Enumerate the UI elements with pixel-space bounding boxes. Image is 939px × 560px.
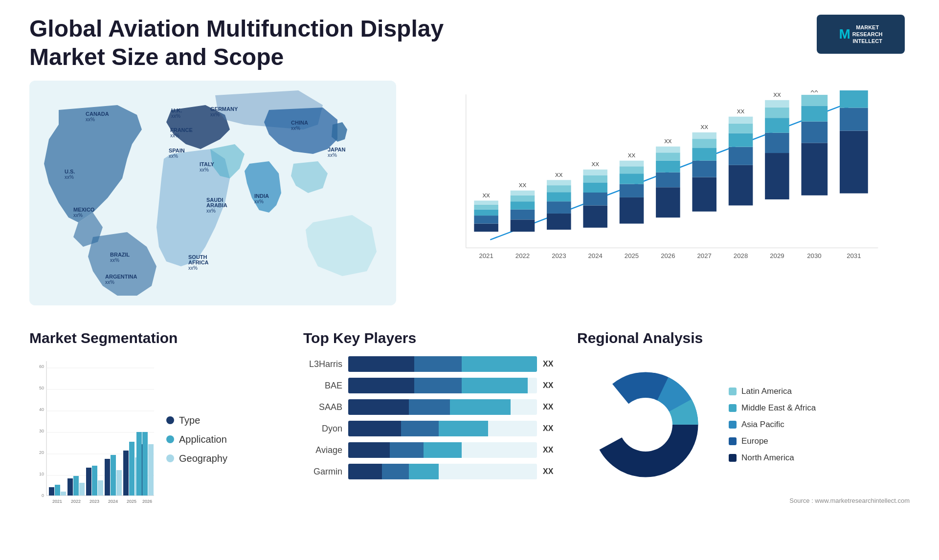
svg-text:XX: XX bbox=[591, 161, 599, 167]
legend-application: Application bbox=[166, 434, 227, 445]
reg-dot-north-america bbox=[729, 454, 737, 462]
svg-text:2024: 2024 bbox=[108, 499, 118, 504]
svg-text:XX: XX bbox=[810, 90, 818, 93]
svg-rect-101 bbox=[92, 466, 97, 495]
svg-text:40: 40 bbox=[39, 407, 44, 412]
south-africa-label2: AFRICA bbox=[188, 259, 209, 265]
reg-label-europe: Europe bbox=[741, 436, 768, 446]
germany-label: GERMANY bbox=[210, 106, 238, 112]
donut-chart-wrap bbox=[577, 356, 714, 493]
player-name-garmin: Garmin bbox=[303, 467, 342, 477]
svg-rect-5 bbox=[474, 210, 498, 215]
bar-2023: XX 2023 bbox=[547, 172, 571, 259]
player-name-l3harris: L3Harris bbox=[303, 359, 342, 369]
svg-rect-68 bbox=[801, 106, 827, 122]
svg-text:2023: 2023 bbox=[89, 499, 99, 504]
france-value: xx% bbox=[170, 133, 179, 138]
argentina-value: xx% bbox=[105, 280, 114, 285]
svg-rect-13 bbox=[511, 195, 535, 201]
svg-rect-92 bbox=[49, 487, 54, 495]
player-value-l3harris: XX bbox=[543, 360, 558, 368]
svg-rect-61 bbox=[765, 118, 789, 133]
svg-rect-19 bbox=[547, 192, 571, 201]
svg-rect-47 bbox=[692, 148, 716, 160]
reg-label-middle-east: Middle East & Africa bbox=[741, 403, 816, 413]
svg-rect-97 bbox=[73, 476, 79, 495]
svg-rect-31 bbox=[620, 197, 644, 224]
china-value: xx% bbox=[291, 126, 300, 131]
svg-rect-98 bbox=[79, 483, 85, 495]
svg-rect-32 bbox=[620, 184, 644, 197]
regional-legend: Latin America Middle East & Africa Asia … bbox=[729, 387, 816, 463]
svg-rect-27 bbox=[583, 175, 607, 183]
reg-legend-latin-america: Latin America bbox=[729, 387, 816, 396]
uk-value: xx% bbox=[171, 113, 180, 119]
svg-rect-10 bbox=[511, 220, 535, 232]
legend-label-type: Type bbox=[179, 415, 200, 426]
legend-type: Type bbox=[166, 415, 227, 426]
reg-label-north-america: North America bbox=[741, 453, 794, 463]
svg-text:XX: XX bbox=[701, 124, 709, 130]
mexico-label: MEXICO bbox=[73, 207, 95, 213]
svg-text:2028: 2028 bbox=[734, 252, 748, 259]
svg-rect-74 bbox=[840, 90, 868, 108]
svg-rect-94 bbox=[61, 492, 66, 495]
svg-rect-12 bbox=[511, 201, 535, 210]
spain-label: SPAIN bbox=[169, 148, 185, 153]
svg-rect-69 bbox=[801, 95, 827, 106]
svg-rect-48 bbox=[692, 139, 716, 148]
reg-label-latin-america: Latin America bbox=[741, 387, 792, 396]
reg-dot-asia-pacific bbox=[729, 421, 737, 429]
svg-rect-104 bbox=[105, 459, 110, 495]
svg-rect-14 bbox=[511, 191, 535, 195]
svg-text:20: 20 bbox=[39, 450, 44, 455]
svg-text:2024: 2024 bbox=[588, 252, 602, 259]
svg-rect-105 bbox=[111, 455, 116, 495]
bar-2024: XX 2024 bbox=[583, 161, 607, 259]
page-container: Global Aviation Multifunction Display Ma… bbox=[0, 0, 939, 560]
player-bar-saab bbox=[348, 399, 537, 415]
segmentation-svg: 0 10 20 30 40 50 60 bbox=[29, 356, 156, 522]
svg-rect-42 bbox=[656, 147, 680, 152]
bar-2021: XX 2021 bbox=[474, 193, 498, 259]
spain-value: xx% bbox=[169, 153, 178, 159]
player-value-bae: XX bbox=[543, 381, 558, 390]
svg-rect-39 bbox=[656, 172, 680, 188]
svg-rect-60 bbox=[765, 133, 789, 153]
player-row-bae: BAE XX bbox=[303, 378, 558, 393]
player-value-garmin: XX bbox=[543, 467, 558, 476]
south-africa-value: xx% bbox=[188, 265, 198, 271]
svg-rect-56 bbox=[729, 117, 753, 124]
svg-text:30: 30 bbox=[39, 429, 44, 433]
svg-text:2026: 2026 bbox=[661, 252, 675, 259]
svg-rect-24 bbox=[583, 206, 607, 228]
player-row-aviage: Aviage XX bbox=[303, 442, 558, 458]
legend-geography: Geography bbox=[166, 453, 227, 464]
logo-line1: MARKET bbox=[852, 24, 883, 31]
player-row-saab: SAAB XX bbox=[303, 399, 558, 415]
player-bar-aviage bbox=[348, 442, 537, 458]
logo-line2: RESEARCH bbox=[852, 31, 883, 38]
svg-text:XX: XX bbox=[664, 138, 672, 144]
bar-2028: XX 2028 bbox=[729, 108, 753, 259]
svg-text:50: 50 bbox=[39, 386, 44, 390]
us-label: U.S. bbox=[65, 169, 75, 174]
reg-dot-latin-america bbox=[729, 388, 737, 395]
reg-dot-middle-east bbox=[729, 404, 737, 412]
player-bar-l3harris bbox=[348, 356, 537, 372]
japan-label: JAPAN bbox=[328, 147, 346, 152]
reg-legend-middle-east: Middle East & Africa bbox=[729, 403, 816, 413]
svg-rect-114 bbox=[142, 432, 148, 495]
reg-legend-north-america: North America bbox=[729, 453, 816, 463]
us-value: xx% bbox=[65, 174, 74, 180]
logo-letter: M bbox=[839, 26, 850, 42]
svg-rect-7 bbox=[474, 201, 498, 205]
player-name-saab: SAAB bbox=[303, 402, 342, 412]
mexico-value: xx% bbox=[73, 213, 83, 218]
svg-rect-52 bbox=[729, 165, 753, 206]
svg-rect-17 bbox=[547, 214, 571, 230]
svg-rect-41 bbox=[656, 152, 680, 161]
svg-rect-102 bbox=[98, 480, 103, 495]
brazil-value: xx% bbox=[110, 258, 119, 263]
legend-dot-application bbox=[166, 435, 174, 443]
